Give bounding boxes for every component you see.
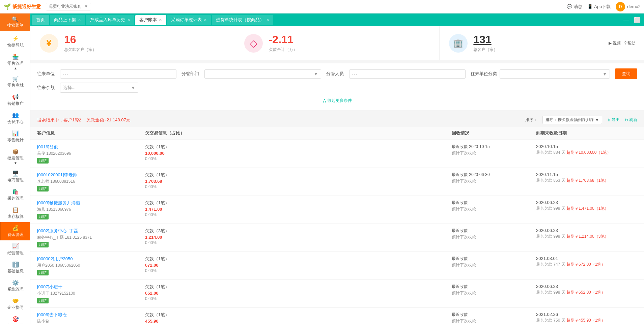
- purchase-icon: 🛍️: [12, 188, 19, 195]
- close-tab-5[interactable]: ✕: [266, 18, 269, 22]
- filter-balance-label: 往来余额: [37, 85, 57, 91]
- customer-name-0[interactable]: [0016]吕俊: [37, 144, 58, 149]
- due-date-5: 2020.06.23: [536, 284, 637, 289]
- tab-actions: — ⬜: [622, 16, 642, 24]
- help-btn[interactable]: ? 帮助: [624, 40, 636, 46]
- overdue-link-6[interactable]: 超期￥455.90（1笔）: [566, 318, 605, 323]
- sidebar-item-member[interactable]: 👥 会员中心: [0, 109, 30, 127]
- sidebar-search[interactable]: 🔍 搜索菜单: [0, 13, 30, 31]
- maximize-btn[interactable]: ⬜: [632, 16, 642, 24]
- close-tab-2[interactable]: ✕: [127, 18, 130, 22]
- overdue-link-0[interactable]: 超期￥10,000.00（1笔）: [566, 150, 611, 155]
- sidebar-item-quick-nav[interactable]: ⚡ 快捷导航: [0, 33, 30, 51]
- video-btn[interactable]: ▶ 视频: [609, 40, 621, 46]
- sidebar-item-purchase[interactable]: 🛍️ 采购管理: [0, 186, 30, 204]
- app-download-btn[interactable]: 📱 App下载: [587, 4, 611, 10]
- sidebar-nav: ⚡ 快捷导航 🏪 零售管理 ▲ 🛒 零售商城 📢 营销推广 👥 会员中心 �: [0, 31, 30, 324]
- finance-icon: 💰: [12, 225, 19, 231]
- overdue-link-2[interactable]: 超期￥1,471.00（1笔）: [566, 206, 609, 211]
- customer-name-3[interactable]: [0002]服务中心_丁磊: [37, 228, 78, 233]
- quick-nav-icon: ⚡: [12, 35, 19, 42]
- sidebar-item-basic-info[interactable]: ℹ️ 基础信息: [0, 259, 30, 277]
- tab-product-listing[interactable]: 商品上下架 ✕: [50, 15, 85, 25]
- debt-percent-1: 0.00%: [145, 184, 452, 189]
- minimize-btn[interactable]: —: [622, 16, 631, 24]
- sort-label: 排序：: [525, 117, 537, 123]
- debt-percent-0: 0.00%: [145, 156, 452, 161]
- collapse-btn[interactable]: ⋀ 收起更多条件: [321, 96, 354, 105]
- debt-amount-2: 1,471.00: [145, 207, 452, 212]
- retail-mall-icon: 🛒: [12, 76, 19, 82]
- tab-goods-stats[interactable]: 进货单统计表（按商品） ✕: [212, 15, 273, 25]
- tab-customer-ledger[interactable]: 客户账本 ✕: [135, 15, 166, 25]
- customer-contact-3: 服务中心_丁磊 181 0125 8371: [37, 235, 145, 240]
- layout: 🔍 搜索菜单 ⚡ 快捷导航 🏪 零售管理 ▲ 🛒 零售商城 📢 营销推广: [0, 13, 644, 324]
- filter-person-input[interactable]: ···: [349, 69, 466, 79]
- search-button[interactable]: 查询: [615, 68, 637, 79]
- sidebar-item-retail-stats[interactable]: 📊 零售统计: [0, 127, 30, 146]
- sidebar-item-marketing[interactable]: 📢 营销推广: [0, 91, 30, 109]
- sidebar-item-retail-mall[interactable]: 🛒 零售商城: [0, 73, 30, 91]
- header-customer-info: 客户信息: [37, 130, 145, 136]
- collection-last-2: 最近收款: [452, 200, 536, 206]
- collection-next-5: 预计下次收款: [452, 290, 536, 296]
- overdue-link-5[interactable]: 超期￥652.00（1笔）: [566, 290, 605, 295]
- overdue-link-4[interactable]: 超期￥672.00（1笔）: [566, 262, 605, 267]
- header-collection: 回收情况: [452, 130, 536, 136]
- due-cell-3: 2020.06.23 最长欠款 998 天 超期￥1,214.00（3笔）: [536, 228, 637, 239]
- close-tab-4[interactable]: ✕: [204, 18, 207, 22]
- sidebar-item-system[interactable]: ⚙️ 系统管理: [0, 277, 30, 295]
- filter-unit-input[interactable]: ···: [60, 69, 176, 79]
- stat-icon-yuan: ¥: [40, 34, 58, 53]
- collection-next-4: 预计下次收款: [452, 262, 536, 268]
- system-icon: ⚙️: [12, 279, 19, 286]
- overdue-link-1[interactable]: 超期￥1,703.68（1笔）: [566, 178, 609, 183]
- filter-unit: 往来单位 ···: [37, 69, 176, 79]
- stat-number-debt-total: -2.11: [269, 34, 297, 46]
- sidebar-item-wholesale[interactable]: 📦 批发管理 ▼: [0, 146, 30, 168]
- user-avatar[interactable]: D demo2: [616, 2, 641, 11]
- sidebar-item-collab[interactable]: 🤝 企业协同: [0, 295, 30, 313]
- filter-row-1: 往来单位 ··· 分管部门 ▼ 分管人员: [37, 68, 637, 79]
- sidebar-item-guide[interactable]: 🎯 新手引导: [0, 313, 30, 324]
- due-date-3: 2020.06.23: [536, 228, 637, 233]
- due-cell-4: 2021.03.01 最长欠款 747 天 超期￥672.00（1笔）: [536, 256, 637, 267]
- close-tab-1[interactable]: ✕: [78, 18, 81, 22]
- play-icon: ▶: [609, 41, 612, 46]
- system-name[interactable]: 母婴行业演示账套 ▼: [46, 3, 91, 10]
- customer-name-5[interactable]: [0007]小进干: [37, 284, 62, 289]
- tab-product-history[interactable]: 产成品入库单历史 ✕: [86, 15, 134, 25]
- customer-contact-5: 小进干 18279152100: [37, 291, 145, 296]
- sidebar-item-finance[interactable]: 💰 资金管理: [0, 222, 30, 240]
- customer-contact-1: 李老师 18600391516: [37, 179, 145, 184]
- debt-amount-5: 652.00: [145, 291, 452, 296]
- overdue-link-3[interactable]: 超期￥1,214.00（3笔）: [566, 234, 609, 239]
- wholesale-icon: 📦: [12, 148, 19, 155]
- sidebar-item-ecommerce[interactable]: 🖥️ 电商管理: [0, 168, 30, 186]
- tab-home[interactable]: 首页: [32, 15, 49, 25]
- filter-dept-select[interactable]: ▼: [204, 69, 321, 79]
- customer-name-2[interactable]: [0003]畅捷服务尹海燕: [37, 200, 80, 205]
- message-icon[interactable]: 💬 消息: [567, 4, 582, 10]
- stat-card-total-customers: 🏢 131 总客户（家） ▶ 视频 ? 帮助: [440, 26, 644, 60]
- customer-name-1[interactable]: [0001020001]李老师: [37, 172, 77, 177]
- sidebar-item-retail-mgmt[interactable]: 🏪 零售管理 ▲: [0, 51, 30, 73]
- top-bar: 🌱 畅捷通好生意 母婴行业演示账套 ▼ 💬 消息 📱 App下载 D demo2: [0, 0, 644, 13]
- sidebar-item-inventory[interactable]: 📋 库存核算: [0, 204, 30, 222]
- customer-name-4[interactable]: [000002]用户2050: [37, 256, 73, 261]
- collection-last-1: 最近收款 2020-06-30: [452, 172, 536, 178]
- refresh-icon: ↻: [625, 118, 628, 122]
- filter-category-select[interactable]: ▼: [500, 69, 610, 79]
- guide-icon: 🎯: [12, 316, 19, 322]
- close-tab-3[interactable]: ✕: [159, 18, 162, 22]
- stat-icon-wrap-2: ◇: [244, 33, 264, 53]
- sidebar-item-business[interactable]: 📈 经营管理: [0, 240, 30, 259]
- due-date-6: 2021.02.26: [536, 312, 637, 317]
- sort-select[interactable]: 排序：按欠款金额倒序排序 ▼: [542, 116, 602, 124]
- export-btn[interactable]: ⬆ 导出: [607, 117, 620, 123]
- refresh-btn[interactable]: ↻ 刷新: [625, 117, 637, 123]
- customer-cell-2: [0003]畅捷服务尹海燕 海燕 18513066976 现结: [37, 200, 145, 219]
- customer-name-6[interactable]: [0006]去下粮仓: [37, 312, 67, 317]
- filter-balance-select[interactable]: 选择... ▼: [60, 83, 138, 93]
- tab-purchase-stats[interactable]: 采购订单统计表 ✕: [167, 15, 211, 25]
